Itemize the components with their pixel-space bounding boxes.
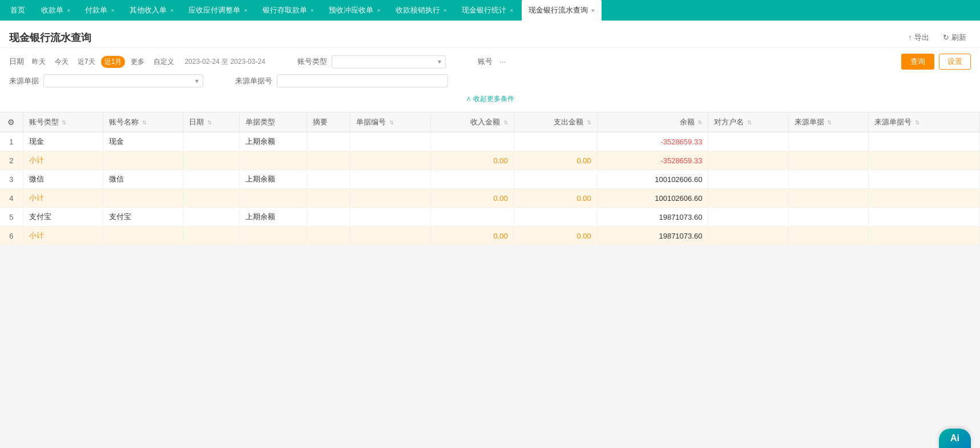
col-balance[interactable]: 余额 ⇅ bbox=[597, 112, 708, 132]
cell-counterparty bbox=[708, 170, 788, 189]
nav-tab-yushouzhong[interactable]: 预收冲应收单 × bbox=[322, 0, 387, 21]
cell-seq: 4 bbox=[0, 189, 23, 208]
col-income-label: 收入金额 bbox=[470, 118, 500, 126]
top-nav: 首页 收款单 × 付款单 × 其他收入单 × 应收应付调整单 × 银行存取款单 … bbox=[0, 0, 980, 21]
cell-account-name: 现金 bbox=[103, 132, 183, 151]
col-balance-label: 余额 bbox=[680, 118, 695, 126]
cell-source-doc bbox=[788, 208, 868, 227]
close-tab-0[interactable]: × bbox=[67, 7, 70, 14]
table-body: 1 现金 现金 上期余额 -3528659.33 2 小计 0.00 0.00 … bbox=[0, 132, 980, 245]
nav-tab-yinhangcunqu[interactable]: 银行存取款单 × bbox=[256, 0, 321, 21]
sort-doc-no: ⇅ bbox=[389, 119, 394, 126]
col-doc-type-label: 单据类型 bbox=[245, 118, 275, 126]
account-type-select[interactable] bbox=[332, 55, 446, 68]
col-account-type-label: 账号类型 bbox=[29, 118, 59, 126]
action-buttons: 查询 设置 bbox=[901, 54, 971, 70]
cell-balance: 19871073.60 bbox=[597, 208, 708, 227]
sort-account-type: ⇅ bbox=[62, 119, 66, 126]
cell-summary bbox=[307, 189, 350, 208]
cell-doc-no bbox=[350, 189, 430, 208]
filter-area: 日期 昨天 今天 近7天 近1月 更多 自定义 2023-02-24 至 202… bbox=[0, 48, 980, 112]
cell-account-type: 微信 bbox=[23, 170, 103, 189]
date-btn-today[interactable]: 今天 bbox=[51, 56, 72, 68]
cell-doc-type: 上期余额 bbox=[239, 170, 306, 189]
close-tab-7[interactable]: × bbox=[510, 7, 513, 14]
col-expense-label: 支出金额 bbox=[554, 118, 583, 126]
sort-expense: ⇅ bbox=[587, 119, 591, 126]
source-doc-select[interactable] bbox=[43, 74, 203, 87]
date-btn-7days[interactable]: 近7天 bbox=[74, 56, 99, 68]
close-tab-3[interactable]: × bbox=[244, 7, 247, 14]
col-counterparty[interactable]: 对方户名 ⇅ bbox=[708, 112, 788, 132]
cell-balance: 100102606.60 bbox=[597, 189, 708, 208]
query-button[interactable]: 查询 bbox=[901, 54, 934, 70]
col-account-name[interactable]: 账号名称 ⇅ bbox=[103, 112, 183, 132]
close-tab-4[interactable]: × bbox=[310, 7, 314, 14]
col-date[interactable]: 日期 ⇅ bbox=[183, 112, 239, 132]
col-source-doc-no[interactable]: 来源单据号 ⇅ bbox=[869, 112, 980, 132]
account-more-icon[interactable]: ··· bbox=[497, 57, 509, 66]
cell-expense: 0.00 bbox=[514, 227, 597, 245]
cell-doc-no bbox=[350, 132, 430, 151]
cell-source-doc bbox=[788, 227, 868, 245]
close-tab-8[interactable]: × bbox=[591, 7, 595, 14]
cell-doc-type: 上期余额 bbox=[239, 208, 306, 227]
nav-tab-fukuandan[interactable]: 付款单 × bbox=[78, 0, 121, 21]
nav-tab-qitashouru[interactable]: 其他收入单 × bbox=[123, 0, 180, 21]
nav-tab-xianjinyinhangtongjj[interactable]: 现金银行统计 × bbox=[455, 0, 520, 21]
date-label: 日期 bbox=[9, 56, 24, 67]
date-btn-1month[interactable]: 近1月 bbox=[101, 56, 126, 68]
col-income[interactable]: 收入金额 ⇅ bbox=[430, 112, 514, 132]
cell-seq: 5 bbox=[0, 208, 23, 227]
sort-counterparty: ⇅ bbox=[747, 119, 752, 126]
cell-expense bbox=[514, 208, 597, 227]
col-source-doc[interactable]: 来源单据 ⇅ bbox=[788, 112, 868, 132]
nav-tab-shoukuandan[interactable]: 收款单 × bbox=[34, 0, 77, 21]
table-row: 5 支付宝 支付宝 上期余额 19871073.60 bbox=[0, 208, 980, 227]
cell-summary bbox=[307, 151, 350, 170]
filter-account: 账号 ··· bbox=[478, 56, 509, 67]
table-container: ⚙ 账号类型 ⇅ 账号名称 ⇅ 日期 ⇅ 单据类型 摘要 bbox=[0, 112, 980, 245]
close-tab-5[interactable]: × bbox=[377, 7, 380, 14]
cell-doc-type bbox=[239, 227, 306, 245]
refresh-button[interactable]: ↻ 刷新 bbox=[938, 30, 971, 45]
source-doc-no-input[interactable] bbox=[277, 74, 448, 87]
date-btn-custom[interactable]: 自定义 bbox=[150, 56, 178, 68]
cell-source-doc-no bbox=[869, 208, 980, 227]
sort-account-name: ⇅ bbox=[142, 119, 147, 126]
cell-doc-no bbox=[350, 151, 430, 170]
settings-button[interactable]: 设置 bbox=[939, 54, 971, 70]
date-btn-more[interactable]: 更多 bbox=[127, 56, 148, 68]
col-expense[interactable]: 支出金额 ⇅ bbox=[514, 112, 597, 132]
col-doc-type[interactable]: 单据类型 bbox=[239, 112, 306, 132]
cell-account-name bbox=[103, 151, 183, 170]
sort-source-doc: ⇅ bbox=[827, 119, 832, 126]
col-account-type[interactable]: 账号类型 ⇅ bbox=[23, 112, 103, 132]
nav-tab-shoukuanhexiao[interactable]: 收款核销执行 × bbox=[389, 0, 454, 21]
nav-home[interactable]: 首页 bbox=[2, 0, 33, 21]
column-settings-icon[interactable]: ⚙ bbox=[7, 118, 15, 127]
nav-tab-yingshouyingfu[interactable]: 应收应付调整单 × bbox=[182, 0, 254, 21]
col-settings[interactable]: ⚙ bbox=[0, 112, 23, 132]
col-summary-label: 摘要 bbox=[313, 118, 328, 126]
export-button[interactable]: ↑ 导出 bbox=[904, 30, 934, 45]
collapse-more-conditions[interactable]: ∧ 收起更多条件 bbox=[9, 92, 971, 106]
table-row: 6 小计 0.00 0.00 19871073.60 bbox=[0, 227, 980, 245]
col-summary[interactable]: 摘要 bbox=[307, 112, 350, 132]
close-tab-1[interactable]: × bbox=[111, 7, 114, 14]
date-range-display: 2023-02-24 至 2023-03-24 bbox=[184, 57, 265, 67]
close-tab-2[interactable]: × bbox=[170, 7, 174, 14]
source-doc-label: 来源单据 bbox=[9, 76, 39, 86]
data-table: ⚙ 账号类型 ⇅ 账号名称 ⇅ 日期 ⇅ 单据类型 摘要 bbox=[0, 112, 980, 245]
cell-account-name bbox=[103, 227, 183, 245]
cell-date bbox=[183, 227, 239, 245]
cell-doc-type: 上期余额 bbox=[239, 132, 306, 151]
filter-date: 日期 昨天 今天 近7天 近1月 更多 自定义 2023-02-24 至 202… bbox=[9, 56, 265, 68]
close-tab-6[interactable]: × bbox=[443, 7, 447, 14]
nav-tab-xianjinyinhangliushui[interactable]: 现金银行流水查询 × bbox=[522, 0, 602, 21]
cell-income: 0.00 bbox=[430, 189, 514, 208]
col-doc-no[interactable]: 单据编号 ⇅ bbox=[350, 112, 430, 132]
cell-doc-no bbox=[350, 227, 430, 245]
date-btn-yesterday[interactable]: 昨天 bbox=[29, 56, 49, 68]
cell-source-doc bbox=[788, 151, 868, 170]
